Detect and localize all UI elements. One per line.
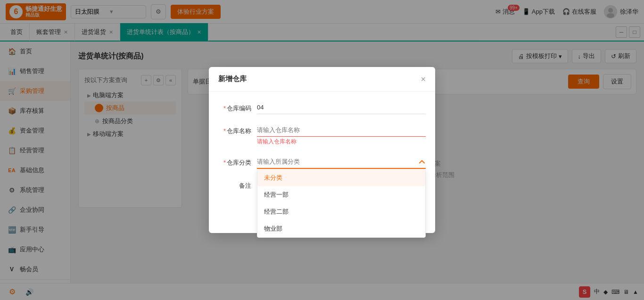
code-row: 仓库编码: [218, 101, 426, 114]
name-field: 请输入仓库名称: [257, 124, 426, 146]
name-label: 仓库名称: [218, 124, 251, 135]
code-field: [257, 101, 426, 114]
dropdown-option-property[interactable]: 物业部: [257, 220, 425, 237]
modal-body: 仓库编码 仓库名称 请输入仓库名称 仓库分类: [209, 92, 435, 205]
category-field: 未分类 经营一部 经营二部 物业部: [257, 155, 426, 169]
category-dropdown: 未分类 经营一部 经营二部 物业部: [257, 169, 426, 238]
modal-close-button[interactable]: ×: [421, 75, 426, 83]
chevron-up-icon[interactable]: [418, 158, 426, 167]
code-input[interactable]: [257, 101, 426, 114]
modal-overlay: 新增仓库 × 仓库编码 仓库名称 请输入仓库名称 仓库分类: [0, 0, 644, 300]
category-input[interactable]: [257, 155, 426, 169]
name-error-msg: 请输入仓库名称: [257, 138, 426, 146]
dropdown-option-ops2[interactable]: 经营二部: [257, 203, 425, 220]
modal-title: 新增仓库: [218, 75, 247, 83]
name-input[interactable]: [257, 124, 426, 137]
category-input-container: [257, 155, 426, 169]
note-label: 备注: [218, 178, 251, 190]
dropdown-option-uncategorized[interactable]: 未分类: [257, 169, 425, 186]
code-label: 仓库编码: [218, 101, 251, 113]
new-warehouse-modal: 新增仓库 × 仓库编码 仓库名称 请输入仓库名称 仓库分类: [209, 67, 435, 233]
dropdown-option-ops1[interactable]: 经营一部: [257, 186, 425, 203]
category-label: 仓库分类: [218, 155, 251, 167]
category-row: 仓库分类 未分类 经营一部 经营二部 物业部: [218, 155, 426, 169]
name-row: 仓库名称 请输入仓库名称: [218, 124, 426, 146]
modal-header: 新增仓库 ×: [209, 67, 435, 92]
